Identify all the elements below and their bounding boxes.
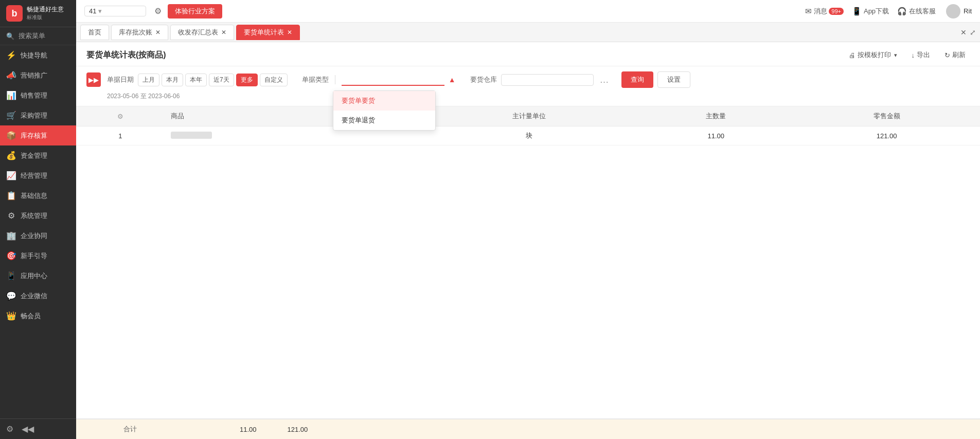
topbar-number-display[interactable]: 41 ▾	[84, 6, 146, 16]
sidebar-item-label: 销售管理	[21, 91, 47, 100]
tab-receive-summary[interactable]: 收发存汇总表 ✕	[170, 25, 234, 40]
page-actions: 🖨 按模板打印 ▾ ↓ 导出 ↻ 刷新	[845, 48, 970, 62]
tab-order-stats[interactable]: 要货单统计表 ✕	[236, 25, 300, 40]
table-col-amount: 零售金额	[793, 106, 980, 126]
user-avatar-btn[interactable]: Rit	[944, 4, 972, 19]
sales-icon: 📊	[6, 90, 16, 100]
filter-expand-btn[interactable]: ▶▶	[86, 72, 101, 87]
export-icon: ↓	[912, 51, 915, 59]
print-chevron-icon: ▾	[894, 52, 897, 59]
dropdown-item-order-request[interactable]: 要货单要货	[333, 91, 435, 111]
tab-home[interactable]: 首页	[80, 25, 109, 40]
sidebar-item-operations[interactable]: 📈 经营管理	[0, 166, 76, 186]
refresh-btn[interactable]: ↻ 刷新	[940, 48, 970, 62]
topbar-right: ✉ 消息 99+ 📱 App下载 🎧 在线客服 Rit	[805, 4, 972, 19]
sidebar-item-enterprise[interactable]: 🏢 企业协同	[0, 226, 76, 246]
sidebar-item-member[interactable]: 👑 畅会员	[0, 306, 76, 326]
sidebar-footer: ⚙ ◀◀	[0, 418, 76, 439]
sidebar-item-system[interactable]: ⚙ 系统管理	[0, 206, 76, 226]
date-btn-last-7-days[interactable]: 近7天	[209, 74, 234, 86]
message-badge: 99+	[829, 8, 844, 15]
table-col-settings[interactable]: ⚙	[76, 106, 165, 126]
online-service-btn[interactable]: 🎧 在线客服	[897, 7, 936, 16]
tab-expand-icon[interactable]: ⤢	[970, 28, 976, 36]
separator	[335, 75, 335, 84]
type-dropdown-menu: 要货单要货 要货单退货	[333, 90, 436, 131]
refresh-label: 刷新	[952, 50, 966, 60]
basic-icon: 📋	[6, 191, 16, 200]
date-btn-more[interactable]: 更多	[236, 74, 258, 86]
tabs-bar: 首页 库存批次账 ✕ 收发存汇总表 ✕ 要货单统计表 ✕ ✕ ⤢	[76, 23, 980, 42]
sidebar-item-inventory[interactable]: 📦 库存核算	[0, 125, 76, 145]
sidebar-item-label: 快捷导航	[21, 51, 47, 60]
app-download-btn[interactable]: 📱 App下载	[852, 7, 889, 16]
trial-btn[interactable]: 体验行业方案	[168, 4, 222, 19]
type-filter-input[interactable]	[342, 74, 444, 86]
tab-inventory-batch-close[interactable]: ✕	[155, 29, 161, 36]
sidebar-item-label: 采购管理	[21, 111, 47, 120]
date-btn-this-month[interactable]: 本月	[162, 74, 183, 86]
sidebar-item-label: 企业协同	[21, 231, 47, 241]
guide-icon: 🎯	[6, 251, 16, 261]
tab-home-label: 首页	[88, 28, 101, 37]
settings-footer-icon[interactable]: ⚙	[6, 424, 13, 434]
sidebar-item-guide[interactable]: 🎯 新手引导	[0, 246, 76, 266]
print-label: 按模板打印	[858, 50, 891, 60]
user-avatar	[946, 4, 960, 19]
date-btn-last-month[interactable]: 上月	[138, 74, 159, 86]
sidebar-item-quick-nav[interactable]: ⚡ 快捷导航	[0, 45, 76, 65]
tab-close-all-icon[interactable]: ✕	[960, 28, 967, 36]
query-btn[interactable]: 查询	[621, 71, 653, 88]
app-name-block: 畅捷通好生意 标准版	[27, 6, 64, 21]
sidebar-item-sales[interactable]: 📊 销售管理	[0, 85, 76, 105]
date-filter-label: 单据日期	[107, 75, 134, 84]
settings-btn[interactable]: 设置	[657, 71, 690, 88]
sidebar-item-marketing[interactable]: 📣 营销推广	[0, 65, 76, 85]
collapse-sidebar-icon[interactable]: ◀◀	[22, 424, 34, 434]
page-header: 要货单统计表(按商品) 🖨 按模板打印 ▾ ↓ 导出 ↻ 刷新	[76, 42, 980, 66]
online-service-label: 在线客服	[909, 7, 936, 16]
sidebar-item-label: 畅会员	[21, 312, 41, 321]
date-btn-this-year[interactable]: 本年	[185, 74, 207, 86]
table-col-unit: 主计量单位	[420, 106, 638, 126]
tab-receive-summary-label: 收发存汇总表	[178, 28, 218, 37]
topbar: 41 ▾ ⚙ 体验行业方案 ✉ 消息 99+ 📱 App下载 🎧 在线客服 R	[76, 0, 980, 23]
sidebar-search[interactable]: 🔍 搜索菜单	[0, 27, 76, 45]
sidebar-item-purchase[interactable]: 🛒 采购管理	[0, 105, 76, 125]
message-btn[interactable]: ✉ 消息 99+	[805, 7, 844, 16]
print-icon: 🖨	[849, 51, 856, 59]
tab-receive-summary-close[interactable]: ✕	[221, 29, 226, 36]
print-btn[interactable]: 🖨 按模板打印 ▾	[845, 48, 901, 62]
sidebar-item-wechat[interactable]: 💬 企业微信	[0, 286, 76, 306]
row-seq: 1	[76, 126, 165, 145]
table-body: 1 块 11.00 121.00	[76, 126, 980, 145]
export-btn[interactable]: ↓ 导出	[907, 48, 935, 62]
topbar-gear-icon[interactable]: ⚙	[154, 6, 162, 16]
warehouse-filter-input[interactable]	[501, 74, 594, 86]
type-filter-chevron-icon[interactable]: ▲	[449, 76, 456, 84]
sidebar-item-label: 营销推广	[21, 71, 47, 80]
warehouse-filter-label: 要货仓库	[470, 75, 497, 84]
message-label: 消息	[814, 7, 827, 16]
footer-total-amount: 121.00	[288, 426, 308, 433]
sidebar-item-finance[interactable]: 💰 资金管理	[0, 145, 76, 166]
footer-total-qty: 11.00	[240, 426, 257, 433]
type-filter-label: 单据类型	[302, 75, 329, 84]
purchase-icon: 🛒	[6, 111, 16, 120]
warehouse-more-icon[interactable]: …	[600, 75, 609, 85]
dropdown-item-label: 要货单要货	[342, 97, 375, 104]
table-area: ⚙ 商品 主计量单位 主数量 零售金额 1 块 11.00	[76, 106, 980, 418]
filter-actions: 查询 设置	[621, 71, 690, 88]
sidebar-item-appstore[interactable]: 📱 应用中心	[0, 266, 76, 286]
date-btn-custom[interactable]: 自定义	[260, 74, 288, 86]
tab-order-stats-close[interactable]: ✕	[287, 29, 292, 36]
enterprise-icon: 🏢	[6, 231, 16, 241]
marketing-icon: 📣	[6, 70, 16, 80]
tab-inventory-batch[interactable]: 库存批次账 ✕	[111, 25, 168, 40]
quick-nav-icon: ⚡	[6, 50, 16, 60]
table-col-qty: 主数量	[638, 106, 793, 126]
app-name: 畅捷通好生意	[27, 6, 64, 14]
filter-bar: ▶▶ 单据日期 上月 本月 本年 近7天 更多 自定义 单据类型	[76, 66, 980, 106]
sidebar-item-basic[interactable]: 📋 基础信息	[0, 186, 76, 206]
dropdown-item-order-return[interactable]: 要货单退货	[333, 111, 435, 130]
